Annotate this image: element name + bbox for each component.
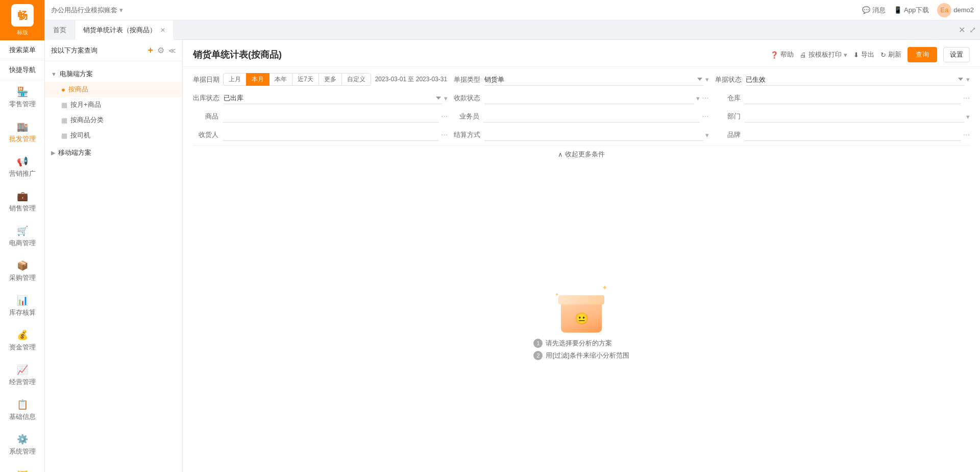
doctype-dropdown-icon[interactable]: ▾ xyxy=(705,76,709,83)
page-header-actions: ❓ 帮助 🖨 按模板打印 ▾ ⬇ 导出 ↻ 刷新 xyxy=(770,47,970,62)
tree-item-by-category[interactable]: ▦ 按商品分类 xyxy=(45,112,182,128)
sidebar-item-purchase[interactable]: 📦 采购管理 xyxy=(0,254,44,289)
paystatus-input[interactable] xyxy=(484,92,694,104)
query-btn[interactable]: 查询 xyxy=(908,47,937,62)
add-scheme-btn[interactable]: + xyxy=(148,45,153,56)
help-btn[interactable]: ❓ 帮助 xyxy=(770,50,794,59)
docstatus-control: 已生效 ▾ xyxy=(746,74,970,86)
app-download-btn[interactable]: 📱 App下载 xyxy=(894,6,929,15)
product-dots[interactable]: ··· xyxy=(441,112,448,121)
brand-label: 品牌 xyxy=(715,130,741,139)
sidebar-item-ecommerce[interactable]: 🛒 电商管理 xyxy=(0,219,44,254)
docstatus-select[interactable]: 已生效 xyxy=(746,74,964,86)
dept-input[interactable] xyxy=(745,110,964,123)
sidebar-item-sales[interactable]: 💼 销售管理 xyxy=(0,184,44,219)
date-presets: 上月 本月 本年 近7天 更多 自定义 xyxy=(224,73,371,86)
outstatus-dropdown-icon[interactable]: ▾ xyxy=(444,95,448,102)
page-layout: 按以下方案查询 + ⚙ ≪ ▼ 电脑端方案 ● 按商品 xyxy=(45,40,980,472)
date-range-text: 2023-03-01 至 2023-03-31 xyxy=(375,75,447,84)
wholesale-icon: 🏬 xyxy=(17,121,28,132)
receiver-label: 收货人 xyxy=(193,130,218,139)
right-content: 销货单统计表(按商品) ❓ 帮助 🖨 按模板打印 ▾ ⬇ 导出 xyxy=(183,40,980,472)
tab-close-icon[interactable]: ✕ xyxy=(160,27,165,34)
brand-dots[interactable]: ··· xyxy=(963,130,970,139)
left-panel: 按以下方案查询 + ⚙ ≪ ▼ 电脑端方案 ● 按商品 xyxy=(45,40,183,472)
dept-dropdown-icon[interactable]: ▾ xyxy=(966,113,970,121)
settings-scheme-btn[interactable]: ⚙ xyxy=(157,45,164,55)
export-btn[interactable]: ⬇ 导出 xyxy=(853,50,874,59)
date-last-7-days[interactable]: 近7天 xyxy=(292,73,319,86)
topbar-title[interactable]: 办公用品行业模拟账套 ▾ xyxy=(51,6,123,15)
tab-close-all-icon[interactable]: ✕ xyxy=(959,25,965,35)
sidebar-item-system[interactable]: ⚙️ 系统管理 xyxy=(0,428,44,462)
tabbar-controls: ✕ ⤢ xyxy=(959,25,980,35)
settlement-label: 结算方式 xyxy=(454,130,480,139)
refresh-btn[interactable]: ↻ 刷新 xyxy=(880,50,901,59)
filter-collapse-btn[interactable]: ∧ 收起更多条件 xyxy=(193,145,970,163)
receiver-input[interactable] xyxy=(223,129,439,141)
tab-expand-icon[interactable]: ⤢ xyxy=(969,25,976,35)
staff-dots[interactable]: ··· xyxy=(702,112,708,121)
brand-control: ··· xyxy=(745,129,970,141)
warehouse-control: ··· xyxy=(745,92,970,104)
sidebar-item-wholesale[interactable]: 🏬 批发管理 xyxy=(0,115,44,150)
filter-date-cell: 单据日期 上月 本月 本年 近7天 更多 自定义 2023-03-01 至 20… xyxy=(193,73,448,86)
brand-input[interactable] xyxy=(745,129,961,141)
date-more[interactable]: 更多 xyxy=(318,73,342,86)
docstatus-dropdown-icon[interactable]: ▾ xyxy=(966,76,970,83)
product-input[interactable] xyxy=(223,110,439,123)
paystatus-dots[interactable]: ··· xyxy=(702,93,708,103)
sidebar-item-operations[interactable]: 📈 经营管理 xyxy=(0,358,44,393)
tree-item-by-month-product[interactable]: ▦ 按月+商品 xyxy=(45,97,182,112)
paystatus-dropdown-icon[interactable]: ▾ xyxy=(696,95,700,102)
collapse-panel-btn[interactable]: ≪ xyxy=(168,46,176,55)
settings-btn[interactable]: 设置 xyxy=(943,47,970,62)
date-control: 上月 本月 本年 近7天 更多 自定义 2023-03-01 至 2023-03… xyxy=(224,73,448,86)
messages-btn[interactable]: 💬 消息 xyxy=(862,6,886,15)
date-this-year[interactable]: 本年 xyxy=(269,73,292,86)
finance-icon: 💰 xyxy=(17,329,28,341)
staff-input[interactable] xyxy=(483,110,700,123)
filter-dept-cell: 部门 ▾ xyxy=(715,110,970,123)
doctype-select[interactable]: 销货单 xyxy=(484,74,703,86)
empty-tips: 1 请先选择要分析的方案 2 用[过滤]条件来缩小分析范围 xyxy=(533,339,629,360)
tip2-num: 2 xyxy=(533,351,543,360)
date-last-month[interactable]: 上月 xyxy=(223,73,247,86)
filter-staff-cell: 业务员 ··· xyxy=(454,110,708,123)
sidebar-item-enterprise[interactable]: 🤝 企业协同 xyxy=(0,462,44,472)
tree-item-by-cashier[interactable]: ▦ 按司机 xyxy=(45,128,182,143)
sidebar-item-finance[interactable]: 💰 资金管理 xyxy=(0,323,44,358)
filter-receiver-cell: 收货人 ··· xyxy=(193,129,448,141)
sidebar-item-inventory[interactable]: 📊 库存核算 xyxy=(0,289,44,323)
tab-home[interactable]: 首页 xyxy=(45,20,75,40)
left-panel-tree: ▼ 电脑端方案 ● 按商品 ▦ 按月+商品 ▦ 按商品分类 xyxy=(45,61,182,472)
sidebar-item-marketing[interactable]: 📢 营销推广 xyxy=(0,150,44,184)
outstatus-control: 已出库 ▾ xyxy=(224,92,448,104)
sidebar-item-basic[interactable]: 📋 基础信息 xyxy=(0,393,44,428)
warehouse-input[interactable] xyxy=(745,92,961,104)
basic-icon: 📋 xyxy=(17,399,28,410)
tab-sales-stat[interactable]: 销货单统计表（按商品） ✕ xyxy=(75,20,174,40)
by-product-icon: ● xyxy=(61,86,65,93)
sidebar-logo[interactable]: 畅 标版 xyxy=(0,0,44,40)
sidebar-search[interactable]: 搜索菜单 xyxy=(0,40,44,60)
receiver-dots[interactable]: ··· xyxy=(441,130,448,139)
doctype-label: 单据类型 xyxy=(454,75,480,84)
print-btn[interactable]: 🖨 按模板打印 ▾ xyxy=(800,50,847,59)
topbar-right: 💬 消息 📱 App下载 Ea demo2 xyxy=(862,3,974,17)
warehouse-dots[interactable]: ··· xyxy=(963,93,970,103)
settlement-dropdown-icon[interactable]: ▾ xyxy=(705,131,709,139)
outstatus-select[interactable]: 已出库 xyxy=(224,92,442,104)
date-custom[interactable]: 自定义 xyxy=(341,73,371,86)
tree-group-mobile-header[interactable]: ▶ 移动端方案 xyxy=(45,145,182,160)
date-this-month[interactable]: 本月 xyxy=(246,73,270,86)
empty-box-face: 😐 xyxy=(575,313,589,324)
tree-group-pc-header[interactable]: ▼ 电脑端方案 xyxy=(45,66,182,82)
tip1-num: 1 xyxy=(533,339,543,348)
staff-control: ··· xyxy=(483,110,708,123)
user-menu[interactable]: Ea demo2 xyxy=(937,3,974,17)
settlement-input[interactable] xyxy=(484,129,703,141)
sidebar-quick-nav[interactable]: 快捷导航 xyxy=(0,60,44,80)
tree-item-by-product[interactable]: ● 按商品 xyxy=(45,82,182,97)
sidebar-item-retail[interactable]: 🏪 零售管理 xyxy=(0,80,44,115)
